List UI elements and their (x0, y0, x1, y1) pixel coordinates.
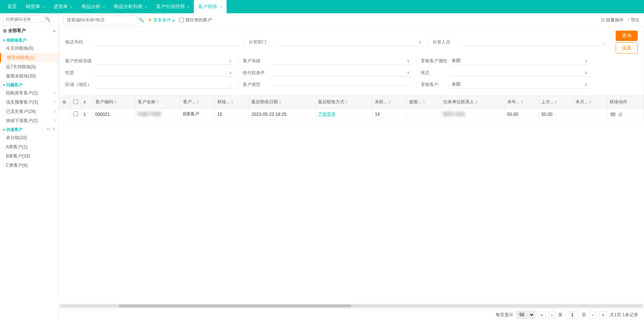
per-page-select[interactable]: 50 100 200 (516, 311, 535, 319)
problem-group-label: 问题客户 (0, 81, 59, 89)
nav-customer-contact[interactable]: 客户联络 × (194, 0, 226, 13)
status-select[interactable]: ∨ (450, 69, 589, 77)
sidebar-item-7days-pending[interactable]: 近7天待联络(0) (0, 62, 59, 72)
customer-type-select[interactable] (272, 83, 411, 86)
export-icon: ↑ (627, 17, 630, 23)
customer-grade-select[interactable]: ∨ (272, 57, 411, 65)
sidebar-item-c-class[interactable]: C类客户(6) (0, 161, 59, 170)
sidebar-item-today-pending[interactable]: 今天待联络(0) (0, 44, 59, 53)
dept-select[interactable]: ∨ (278, 38, 423, 46)
col-settings[interactable]: ⚙ (59, 96, 70, 108)
nature-select[interactable]: ∨ (95, 69, 234, 77)
check-icon: ☑ (601, 17, 605, 23)
close-icon[interactable]: × (70, 4, 72, 9)
scrollbar-thumb[interactable] (119, 304, 351, 307)
close-icon[interactable]: × (103, 4, 105, 9)
col-last-contact-date[interactable]: 最后联络日期 ⇅ (249, 96, 316, 108)
sidebar-item-ungrouped[interactable]: 未分组(32) (0, 133, 59, 142)
last-page-button[interactable]: » (599, 311, 607, 319)
select-all-checkbox[interactable] (73, 99, 78, 104)
price-grade-select[interactable]: ∨ (95, 57, 234, 65)
chevron-down-icon: ∨ (407, 58, 410, 63)
sidebar-item-declining[interactable]: 持续下滑客户(2) ? (0, 116, 59, 125)
phone-input[interactable] (95, 38, 239, 46)
cell-customer-code: 000021 (93, 108, 135, 120)
sidebar-item-repurchase-abnormal[interactable]: 回购异常客户(2) ? (0, 89, 59, 98)
query-button[interactable]: 查询 (616, 31, 638, 41)
last-contact-method-link[interactable]: 下销货单 (318, 111, 336, 117)
col-this-year[interactable]: 本年... ⇅ (505, 96, 539, 108)
sort-icon: ⇅ (279, 100, 281, 104)
col-contact-num[interactable]: 联络... ⇅ (215, 96, 249, 108)
cell-unit-contact: 联系人姓名 (441, 108, 505, 120)
nav-purchase-order[interactable]: 进货单 × (49, 0, 77, 13)
prev-page-button[interactable]: ‹ (549, 311, 555, 319)
sort-icon: ⇅ (388, 100, 391, 104)
close-icon[interactable]: × (42, 4, 45, 9)
col-last-contact-method[interactable]: 最后联络方式 ⇅ (315, 96, 372, 108)
nav-customer-segmentation[interactable]: 客户分层经营 × (152, 0, 194, 13)
edit-icon[interactable]: ✎ (52, 127, 56, 132)
sidebar-item-b-class[interactable]: B类客户(33) (0, 152, 59, 161)
col-unit-contact[interactable]: 往来单位联系人 ⇅ (441, 96, 505, 108)
filter-row-4: 区域（地区） ... 客户类型 零散客户 全部 ∨ (65, 80, 638, 89)
sidebar-all-customers[interactable]: ⊞ 全部客户 « (0, 25, 59, 36)
scrollbar-track[interactable] (60, 304, 643, 307)
area-select[interactable]: ... (95, 81, 234, 89)
more-conditions-button[interactable]: ▼ 更多条件 ▲ (148, 17, 175, 23)
sidebar-search-input[interactable] (3, 15, 43, 23)
sidebar-item-a-class[interactable]: A类客户(1) (0, 142, 59, 152)
status-field: 状态 ∨ (421, 69, 589, 77)
col-customer-type[interactable]: 客户... ⇅ (181, 96, 215, 108)
chevron-down-icon: ∨ (584, 58, 588, 63)
col-customer-code[interactable]: 客户编码 ⇅ (93, 96, 135, 108)
nav-sales-order[interactable]: 销货单 × (21, 0, 49, 13)
sort-icon: ⇅ (589, 100, 592, 104)
divider (416, 56, 416, 65)
col-overdue[interactable]: 逾期... ⇅ (407, 96, 441, 108)
close-icon[interactable]: × (145, 4, 147, 9)
nav-product-analysis[interactable]: 商品分析 × (77, 0, 109, 13)
page-input[interactable] (566, 311, 579, 318)
cell-checkbox (70, 108, 81, 120)
search-button[interactable]: 🔍 (139, 17, 144, 23)
col-not-contacted[interactable]: 未联... ⇅ (372, 96, 407, 108)
retail-attr-select[interactable]: 全部 ∨ (450, 56, 589, 65)
first-page-button[interactable]: « (538, 311, 546, 319)
search-input[interactable] (63, 15, 137, 24)
set-button[interactable]: 设置 (616, 42, 638, 54)
col-customer-name[interactable]: 客户名称 ⇅ (135, 96, 181, 108)
col-this-month[interactable]: 本月... ⇅ (573, 96, 608, 108)
sidebar-item-tomorrow-pending[interactable]: 明天待联络(1) (0, 53, 59, 62)
phone-action-icon[interactable]: ☎ (610, 111, 616, 117)
filter-action-buttons: 查询 设置 (616, 31, 638, 54)
divider (238, 80, 238, 89)
sort-icon: ⇅ (156, 100, 159, 104)
person-select[interactable]: ... (462, 38, 607, 46)
next-page-button[interactable]: › (589, 311, 596, 319)
refresh-icon[interactable]: ↻ (47, 127, 50, 132)
chevron-down-icon: ∨ (229, 70, 232, 75)
batch-operation-button[interactable]: ☑ 批量操作 (601, 17, 624, 23)
retail-customer-select[interactable]: 全部 ∨ (450, 80, 589, 89)
qr-action-icon[interactable]: ⊞ (618, 111, 623, 117)
sidebar-item-churned[interactable]: 已流失客户(24) ? (0, 107, 59, 116)
nav-product-analysis-list[interactable]: 商品分析列表 × (109, 0, 151, 13)
payment-select[interactable]: ∨ (272, 69, 411, 77)
sidebar-item-overdue-pending[interactable]: 逾期未联络(30) (0, 72, 59, 81)
close-icon[interactable]: × (220, 4, 222, 9)
payment-field: 收付款条件 ∨ (243, 69, 411, 77)
filter-row-1: 电话号码 分管部门 ∨ 分管人员 ... (65, 31, 638, 54)
col-last-month[interactable]: 上月... ⇅ (539, 96, 573, 108)
export-button[interactable]: ↑ 导出 (627, 17, 640, 23)
sidebar-item-churn-warning[interactable]: 流失预警客户(3) ? (0, 98, 59, 107)
horizontal-scrollbar[interactable] (59, 304, 644, 308)
nav-home[interactable]: 首页 (3, 0, 21, 13)
my-customers-checkbox[interactable] (179, 18, 184, 23)
row-checkbox[interactable] (73, 111, 78, 116)
area-field: 区域（地区） ... (65, 81, 234, 89)
cell-not-contacted: 14 (372, 108, 407, 120)
sidebar-search-icon[interactable]: 🔍 (45, 17, 50, 22)
cell-this-month (573, 108, 608, 120)
close-icon[interactable]: × (187, 4, 189, 9)
